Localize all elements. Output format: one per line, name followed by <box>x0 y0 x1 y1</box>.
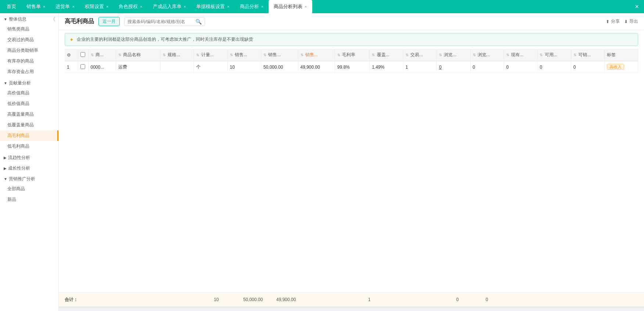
cell-tag: 高收入 <box>605 61 638 73</box>
footer-spacer3 <box>153 298 182 301</box>
cell-name: 运费 <box>116 61 160 73</box>
sidebar: 《 ▼ 整体信息 销售类商品 交易过的商品 商品分类助销率 有库存的商品 库存资… <box>0 13 59 311</box>
footer-transactions: 1 <box>366 296 395 304</box>
col-coverage: ⇅ 覆盖... <box>370 49 403 61</box>
views1-link[interactable]: 0 <box>439 65 442 70</box>
filter-recent-month-btn[interactable]: 近一月 <box>98 17 120 26</box>
col-available-stock: ⇅ 可用... <box>537 49 571 61</box>
info-icon: ✦ <box>69 37 74 43</box>
sidebar-item-low-coverage[interactable]: 低覆盖量商品 <box>0 120 58 130</box>
nav-permissions[interactable]: 权限设置 × <box>80 0 114 13</box>
col-unit: ⇅ 计量... <box>194 49 227 61</box>
export-icon: ⬇ <box>624 19 628 24</box>
search-box: 🔍 <box>124 17 205 26</box>
cell-transactions: 1 <box>403 61 436 73</box>
footer-current-stock: 0 <box>454 296 483 304</box>
export-btn[interactable]: ⬇ 导出 <box>624 18 638 25</box>
nav-template[interactable]: 单据模板设置 × <box>191 0 234 13</box>
cell-sales-amount: 50,000.00 <box>261 61 298 73</box>
nav-roles[interactable]: 角色授权 × <box>114 0 147 13</box>
sidebar-section-trend[interactable]: ▶ 流趋性分析 <box>0 152 58 162</box>
col-views1: ⇅ 浏览... <box>437 49 470 61</box>
footer-available-stock: 0 <box>483 296 513 304</box>
close-production[interactable]: × <box>184 4 186 9</box>
sidebar-section-overall[interactable]: ▼ 整体信息 <box>0 13 58 24</box>
nav-sales-order[interactable]: 销售单 × <box>21 0 50 13</box>
cell-sales-qty: 10 <box>227 61 261 73</box>
table-container: ⚙ ⇅ 商... ⇅ 商品名称 <box>59 49 644 292</box>
sidebar-item-sales-goods[interactable]: 销售类商品 <box>0 24 58 35</box>
cell-available-stock: 0 <box>537 61 571 73</box>
content-area: 高毛利商品 近一月 🔍 ⬆ 分享 ⬇ 导出 ✦ 企业的主要的利润都是这部分商品创… <box>59 13 644 311</box>
footer-spacer2 <box>123 298 153 301</box>
footer-spacer6 <box>337 298 366 301</box>
cell-gross-margin: 99.8% <box>335 61 370 73</box>
footer-spacer8 <box>425 298 454 301</box>
section-arrow-marketing: ▼ <box>4 177 7 181</box>
col-transactions: ⇅ 交易... <box>403 49 436 61</box>
select-all-checkbox[interactable] <box>80 52 85 57</box>
sidebar-section-marketing[interactable]: ▼ 营销推广分析 <box>0 173 58 184</box>
sidebar-item-low-margin[interactable]: 低毛利商品 <box>0 141 58 152</box>
sidebar-section-contribution[interactable]: ▼ 贡献量分析 <box>0 77 58 88</box>
search-input[interactable] <box>127 19 193 24</box>
close-all-tabs[interactable]: × <box>631 3 643 11</box>
sidebar-item-stock-goods[interactable]: 有库存的商品 <box>0 56 58 66</box>
main-layout: 《 ▼ 整体信息 销售类商品 交易过的商品 商品分类助销率 有库存的商品 库存资… <box>0 13 644 311</box>
nav-production[interactable]: 产成品入库单 × <box>148 0 191 13</box>
close-sales-order[interactable]: × <box>43 4 45 9</box>
sidebar-item-high-value[interactable]: 高价值商品 <box>0 88 58 98</box>
sidebar-item-high-margin[interactable]: 高毛利商品 <box>0 130 58 141</box>
sidebar-item-low-value[interactable]: 低价值商品 <box>0 98 58 109</box>
col-views2: ⇅ 浏览... <box>470 49 504 61</box>
nav-purchase-order[interactable]: 进货单 × <box>50 0 79 13</box>
close-template[interactable]: × <box>227 4 229 9</box>
share-btn[interactable]: ⬆ 分享 <box>606 18 620 25</box>
tag-badge: 高收入 <box>607 64 624 70</box>
sidebar-item-category-rate[interactable]: 商品分类助销率 <box>0 45 58 56</box>
footer-spacer7 <box>395 298 425 301</box>
close-product-analysis[interactable]: × <box>261 4 263 9</box>
settings-icon[interactable]: ⚙ <box>67 53 71 58</box>
cell-checkbox <box>78 61 88 73</box>
footer-sales-qty: 10 <box>212 296 241 304</box>
horizontal-scrollbar[interactable] <box>59 307 644 311</box>
close-product-analysis-list[interactable]: × <box>305 4 307 9</box>
cell-views1: 0 <box>437 61 470 73</box>
col-sales-amount: ⇅ 销售... <box>261 49 298 61</box>
cell-views2: 0 <box>470 61 504 73</box>
cell-code: 0000... <box>88 61 116 73</box>
data-table: ⚙ ⇅ 商... ⇅ 商品名称 <box>65 49 638 73</box>
footer-sales-profit: 49,900.00 <box>274 296 307 304</box>
cell-unit: 个 <box>194 61 227 73</box>
cell-coverage: 1.49% <box>370 61 403 73</box>
close-purchase-order[interactable]: × <box>72 4 74 9</box>
info-banner: ✦ 企业的主要的利润都是这部分商品创造的，可考虑加大推广，同时关注库存是不要出现… <box>65 33 638 46</box>
close-roles[interactable]: × <box>140 4 142 9</box>
sidebar-item-stock-capital[interactable]: 库存资金占用 <box>0 66 58 77</box>
section-arrow-growth: ▶ <box>4 166 7 170</box>
search-icon[interactable]: 🔍 <box>195 19 202 25</box>
footer-spacer5 <box>307 298 337 301</box>
sidebar-item-high-coverage[interactable]: 高覆盖量商品 <box>0 109 58 120</box>
col-gross-margin: ⇅ 毛利率 <box>335 49 370 61</box>
row-checkbox[interactable] <box>80 64 85 69</box>
footer-sales-amount: 50,000.00 <box>241 296 274 304</box>
sidebar-item-traded-goods[interactable]: 交易过的商品 <box>0 35 58 45</box>
col-current-stock: ⇅ 现有... <box>504 49 537 61</box>
col-sales-profit: ⇅ 销售... <box>298 49 335 61</box>
col-index: ⚙ <box>65 49 78 61</box>
footer-spacer4 <box>182 298 212 301</box>
cell-index: 1 <box>65 61 78 73</box>
col-sellable-stock: ⇅ 可销... <box>571 49 604 61</box>
sidebar-item-new-goods[interactable]: 新品 <box>0 194 58 205</box>
sidebar-collapse-btn[interactable]: 《 <box>50 16 55 23</box>
cell-sales-profit: 49,900.00 <box>298 61 335 73</box>
nav-product-analysis[interactable]: 商品分析 × <box>235 0 269 13</box>
nav-product-analysis-list[interactable]: 商品分析列表 × <box>269 0 312 13</box>
nav-home[interactable]: 首页 <box>1 0 21 13</box>
sidebar-section-growth[interactable]: ▶ 成长性分析 <box>0 162 58 173</box>
sidebar-item-all-goods[interactable]: 全部商品 <box>0 184 58 194</box>
close-permissions[interactable]: × <box>106 4 108 9</box>
footer-totals: 合计： 10 50,000.00 49,900.00 1 0 0 <box>59 292 644 307</box>
